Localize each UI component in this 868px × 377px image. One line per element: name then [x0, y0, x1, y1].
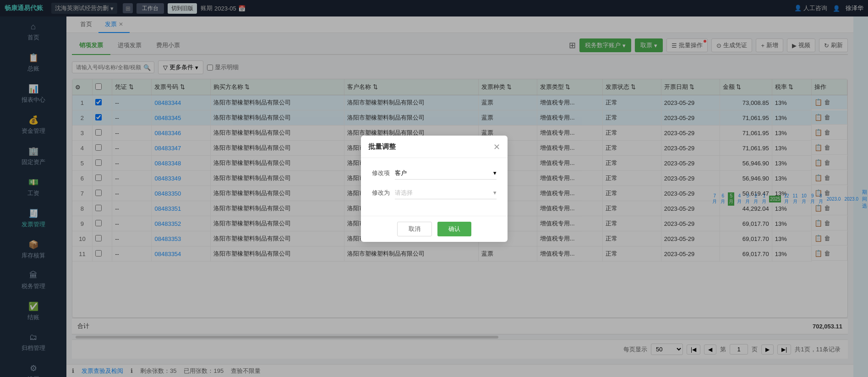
chevron-down-icon: ▾ [493, 189, 497, 196]
modal-footer: 取消 确认 [361, 216, 508, 242]
modal-body: 修改项 客户 ▾ 修改为 请选择 ▾ [361, 158, 508, 216]
chevron-down-icon: ▾ [493, 169, 497, 176]
modal-cancel-button[interactable]: 取消 [397, 222, 432, 236]
modal-overlay[interactable]: 批量调整 ✕ 修改项 客户 ▾ 修改为 请选择 ▾ 取消 确认 [0, 0, 868, 377]
modal-confirm-button[interactable]: 确认 [437, 222, 471, 236]
modify-field-value: 客户 [395, 169, 407, 177]
modify-field-label: 修改项 [372, 169, 395, 177]
modify-field-select[interactable]: 客户 ▾ [395, 167, 497, 180]
modal-title: 批量调整 [368, 142, 396, 151]
modify-to-label: 修改为 [372, 189, 395, 197]
modal-close-btn[interactable]: ✕ [493, 142, 500, 152]
modify-to-placeholder: 请选择 [395, 189, 413, 197]
modify-to-select[interactable]: 请选择 ▾ [395, 187, 497, 199]
modal-header: 批量调整 ✕ [361, 136, 508, 158]
modify-to-row: 修改为 请选择 ▾ [372, 187, 497, 199]
modify-field-row: 修改项 客户 ▾ [372, 167, 497, 180]
batch-adjust-modal: 批量调整 ✕ 修改项 客户 ▾ 修改为 请选择 ▾ 取消 确认 [361, 136, 508, 242]
